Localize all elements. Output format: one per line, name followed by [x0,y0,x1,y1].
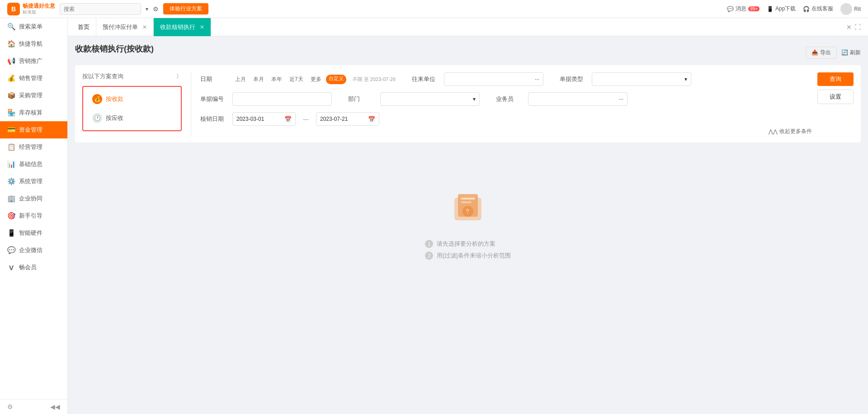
filter-option-by-receivable[interactable]: 🕐 按应收 [88,110,176,126]
date-prev-month-btn[interactable]: 上月 [232,75,249,84]
online-service-btn[interactable]: 🎧 在线客服 [803,5,833,13]
sidebar-item-sales[interactable]: 💰 销售管理 [0,70,67,87]
sidebar-item-search-menu[interactable]: 🔍 搜索菜单 [0,18,67,35]
tab-expand-btn[interactable]: ⛶ [854,24,861,31]
collapse-more: ⋀⋀ 收起更多条件 [200,128,812,135]
filter-row-3: 核销日期 2023-03-01 📅 — 2023-07-21 📅 [200,112,812,126]
sidebar-item-finance[interactable]: 💳 资金管理 [0,121,67,138]
date-custom-badge[interactable]: 自定义 [326,75,346,84]
receipt-icon: 💰 [92,94,102,104]
doc-type-label: 单据类型 [560,75,585,83]
filter-row-2: 单据编号 部门 ▾ 业务员 ··· [200,92,812,106]
sidebar-item-wechat[interactable]: 💬 企业微信 [0,242,67,259]
page-title: 收款核销执行(按收款) [75,43,154,54]
system-icon: ⚙️ [7,177,15,186]
doc-no-label: 单据编号 [200,95,225,103]
tab-home[interactable]: 首页 [71,18,96,36]
home-icon: 🏠 [7,40,15,48]
sidebar-collapse-btn[interactable]: ◀◀ [50,403,60,410]
filter-option-by-receipt[interactable]: 💰 按收款 [88,91,176,107]
version-badge: 标准版 [23,10,55,15]
sidebar-item-purchase[interactable]: 📦 采购管理 [0,87,67,104]
sidebar: 🔍 搜索菜单 🏠 快捷导航 📢 营销推广 💰 销售管理 📦 采购管理 🏪 库存核… [0,18,68,414]
filter-rows: 日期 上月 本月 本年 近7天 更多 自定义 [200,72,812,126]
date-label: 日期 [200,75,225,83]
date-this-year-btn[interactable]: 本年 [269,75,285,84]
user-area[interactable]: Rit [840,3,861,15]
calendar-end-icon: 📅 [368,116,375,123]
counterpart-label: 往来单位 [412,75,437,83]
industry-btn[interactable]: 体验行业方案 [163,3,208,14]
refresh-btn[interactable]: 🔄 刷新 [841,47,861,59]
query-btn[interactable]: 查询 [817,72,854,86]
tab-close-all-btn[interactable]: ✕ [846,24,852,31]
filter-left: 按以下方案查询 》 💰 按收款 🕐 按应收 [82,72,182,135]
sidebar-item-inventory[interactable]: 🏪 库存核算 [0,104,67,121]
sidebar-item-basic-info[interactable]: 📊 基础信息 [0,156,67,173]
top-header: B 畅捷通好生意 标准版 ▾ ⚙ 体验行业方案 💬 消息 99+ 📱 App下载… [0,0,868,18]
filter-settings-btn[interactable]: 设置 [817,90,854,104]
settings-icon[interactable]: ⚙ [153,5,159,13]
user-name: Rit [854,6,861,12]
date-this-month-btn[interactable]: 本月 [250,75,267,84]
message-btn[interactable]: 💬 消息 99+ [727,5,760,13]
dept-select[interactable]: ▾ [380,92,480,106]
search-input[interactable] [60,3,141,15]
inventory-icon: 🏪 [7,109,15,117]
tab-prepay[interactable]: 预付冲应付单 ✕ [96,18,154,36]
staff-select[interactable]: ··· [528,92,627,106]
search-dropdown-btn[interactable]: ▾ [146,6,148,12]
empty-illustration: ? [445,184,491,231]
verify-date-end[interactable]: 2023-07-21 📅 [316,112,379,126]
doc-type-chevron: ▾ [684,76,687,82]
filter-actions: 查询 设置 [817,72,854,135]
doc-no-input[interactable] [232,92,332,106]
page-header-actions: 📤 导出 🔄 刷新 [806,47,861,59]
collapse-icon: ⋀⋀ [769,128,778,135]
svg-rect-2 [461,198,475,200]
counterpart-select[interactable]: ··· [444,72,543,86]
avatar [840,3,852,15]
receivable-icon: 🕐 [92,113,102,123]
basic-info-icon: 📊 [7,160,15,168]
collapse-more-btn[interactable]: ⋀⋀ 收起更多条件 [769,128,812,135]
tab-receivable[interactable]: 收款核销执行 ✕ [154,18,211,36]
sidebar-item-member[interactable]: V 畅会员 [0,259,67,276]
verify-date-start[interactable]: 2023-03-01 📅 [232,112,296,126]
date-no-limit: 不限 至 2023-07-26 [353,76,396,83]
staff-dots: ··· [619,96,623,102]
empty-tips: 1 请先选择要分析的方案 2 用[过滤]条件来缩小分析范围 [425,240,510,260]
sales-icon: 💰 [7,74,15,82]
filter-container: 按以下方案查询 》 💰 按收款 🕐 按应收 [75,65,861,143]
tab-receivable-close[interactable]: ✕ [200,24,204,30]
logo-area: B 畅捷通好生意 标准版 [7,3,55,15]
sidebar-item-system[interactable]: ⚙️ 系统管理 [0,173,67,190]
sidebar-item-marketing[interactable]: 📢 营销推广 [0,52,67,70]
sidebar-item-operation[interactable]: 📋 经营管理 [0,138,67,156]
doc-type-select[interactable]: ▾ [592,72,691,86]
empty-tip-2: 2 用[过滤]条件来缩小分析范围 [425,252,510,260]
staff-label: 业务员 [496,95,521,103]
dept-label: 部门 [348,95,373,103]
date-7days-btn[interactable]: 近7天 [287,75,306,84]
svg-text:?: ? [466,208,469,215]
sidebar-item-enterprise[interactable]: 🏢 企业协同 [0,190,67,207]
sidebar-settings-btn[interactable]: ⚙ [7,403,13,410]
enterprise-icon: 🏢 [7,195,15,203]
operation-icon: 📋 [7,143,15,151]
app-download-btn[interactable]: 📱 App下载 [767,5,796,13]
date-more-btn[interactable]: 更多 [308,75,324,84]
sidebar-item-quick-nav[interactable]: 🏠 快捷导航 [0,35,67,52]
sidebar-item-smart-hw[interactable]: 📱 智能硬件 [0,224,67,242]
sidebar-item-guide[interactable]: 🎯 新手引导 [0,207,67,224]
header-left: B 畅捷通好生意 标准版 ▾ ⚙ 体验行业方案 [7,3,208,15]
export-btn[interactable]: 📤 导出 [806,47,837,59]
tip-num-1: 1 [425,240,433,248]
refresh-icon: 🔄 [841,49,848,56]
message-badge: 99+ [748,6,760,11]
date-quick-buttons: 上月 本月 本年 近7天 更多 自定义 [232,75,346,84]
tab-prepay-close[interactable]: ✕ [142,24,147,30]
filter-collapse-btn[interactable]: 》 [176,73,182,81]
tab-actions: ✕ ⛶ [843,24,864,31]
date-range-separator: — [303,116,309,123]
